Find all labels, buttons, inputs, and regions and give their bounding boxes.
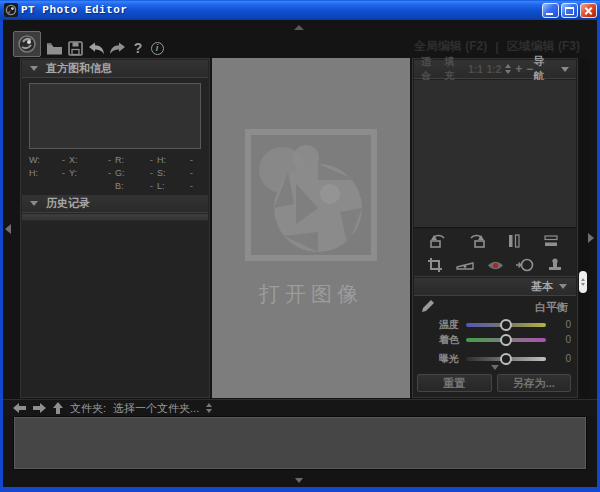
window-border-left — [0, 20, 3, 492]
red-eye-tool-icon[interactable] — [482, 255, 508, 275]
redo-icon — [109, 42, 126, 55]
undo-icon — [88, 42, 105, 55]
chevron-down-icon — [30, 201, 38, 206]
chevron-down-icon — [559, 284, 567, 289]
tools-section — [414, 229, 576, 277]
aperture-logo-icon — [244, 128, 378, 266]
forward-arrow-icon[interactable] — [33, 403, 46, 413]
open-image-placeholder[interactable]: 打开图像 — [244, 128, 378, 308]
slider-knob[interactable] — [500, 334, 512, 346]
white-balance-label: 白平衡 — [535, 300, 568, 315]
help-button[interactable]: ? — [129, 39, 147, 57]
redo-button[interactable] — [108, 39, 126, 57]
straighten-tool-icon[interactable] — [452, 255, 478, 275]
tab-local-edit[interactable]: 区域编辑 (F3) — [507, 38, 580, 55]
basic-panel-title: 基本 — [531, 279, 553, 294]
zoom-1-2-button[interactable]: 1:2 — [487, 64, 501, 75]
folder-dropdown-spinner-icon[interactable] — [206, 403, 212, 413]
pixel-info-grid: W:- X:- R:- H:- H:- Y:- G:- S:- B:- L:- — [29, 153, 205, 192]
title-bar[interactable]: PT Photo Editor — [0, 0, 600, 20]
rotate-right-tool-icon[interactable] — [463, 231, 489, 251]
histogram-panel-header[interactable]: 直方图和信息 — [22, 60, 208, 78]
zoom-fit-button[interactable]: 适合 — [421, 55, 441, 83]
undo-button[interactable] — [87, 39, 105, 57]
minimize-button[interactable] — [542, 3, 559, 18]
expand-more-sliders-arrow-icon[interactable] — [491, 365, 499, 370]
spot-removal-tool-icon[interactable] — [512, 255, 538, 275]
collapse-filmstrip-arrow-icon[interactable] — [295, 478, 303, 483]
histogram-display — [29, 83, 201, 149]
rotate-left-tool-icon[interactable] — [426, 231, 452, 251]
exposure-slider[interactable] — [466, 357, 546, 361]
zoom-in-button[interactable]: + — [515, 62, 522, 76]
temperature-slider-row: 温度 0 — [415, 318, 571, 331]
exposure-label: 曝光 — [415, 352, 459, 366]
back-arrow-icon[interactable] — [13, 403, 26, 413]
slider-knob[interactable] — [500, 353, 512, 365]
mode-divider: | — [495, 40, 498, 54]
app-logo-icon — [4, 3, 18, 17]
tab-global-edit[interactable]: 全局编辑 (F2) — [414, 38, 487, 55]
window-controls — [542, 3, 597, 18]
open-image-label: 打开图像 — [259, 280, 363, 308]
edit-mode-bar: 全局编辑 (F2) | 区域编辑 (F3) — [414, 38, 580, 55]
flip-horizontal-tool-icon[interactable] — [501, 231, 527, 251]
folder-path-bar: 文件夹: 选择一个文件夹... — [3, 399, 597, 416]
temperature-slider[interactable] — [466, 323, 546, 327]
zoom-1-1-button[interactable]: 1:1 — [468, 64, 482, 75]
about-button[interactable]: i — [148, 39, 166, 57]
left-panel: 直方图和信息 W:- X:- R:- H:- H:- Y:- G:- S:- B… — [20, 58, 210, 398]
navigator-header[interactable]: 适合 填充 1:1 1:2 + − 导航 — [414, 60, 576, 79]
history-toolbar-strip — [22, 214, 208, 221]
scrollbar-thumb[interactable] — [579, 271, 587, 293]
maximize-button[interactable] — [561, 3, 578, 18]
up-arrow-icon[interactable] — [53, 402, 63, 414]
right-panel-scrollbar[interactable] — [580, 58, 589, 398]
info-row: H:- Y:- G:- S:- — [29, 166, 205, 179]
info-row: W:- X:- R:- H:- — [29, 153, 205, 166]
window-title: PT Photo Editor — [21, 4, 542, 16]
reset-button[interactable]: 重置 — [417, 374, 492, 392]
save-button[interactable] — [66, 39, 84, 57]
folder-icon — [46, 42, 63, 55]
save-as-button[interactable]: 另存为... — [497, 374, 572, 392]
temperature-value: 0 — [565, 319, 571, 330]
zoom-level-spinner[interactable] — [505, 64, 511, 74]
open-folder-button[interactable] — [45, 39, 63, 57]
info-row: B:- L:- — [29, 179, 205, 192]
exposure-slider-row: 曝光 0 — [415, 352, 571, 365]
crop-tool-icon[interactable] — [422, 255, 448, 275]
tint-value: 0 — [565, 334, 571, 345]
minimize-icon — [546, 13, 553, 15]
collapse-left-panel-arrow-icon[interactable] — [5, 224, 11, 234]
collapse-right-panel-arrow-icon[interactable] — [588, 233, 594, 243]
folder-select-dropdown[interactable]: 选择一个文件夹... — [113, 401, 199, 416]
close-button[interactable] — [580, 3, 597, 18]
tint-label: 着色 — [415, 333, 459, 347]
tint-slider[interactable] — [466, 338, 546, 342]
navigator-preview — [414, 80, 576, 228]
eyedropper-icon[interactable] — [419, 299, 435, 315]
temperature-label: 温度 — [415, 318, 459, 332]
histogram-panel-title: 直方图和信息 — [46, 61, 112, 76]
folder-label: 文件夹: — [70, 401, 106, 416]
chevron-down-icon — [30, 66, 38, 71]
maximize-icon — [565, 7, 574, 15]
collapse-top-arrow-icon[interactable] — [294, 25, 304, 30]
info-icon: i — [151, 42, 164, 55]
slider-knob[interactable] — [500, 319, 512, 331]
tint-slider-row: 着色 0 — [415, 333, 571, 346]
app-home-button[interactable] — [13, 31, 41, 57]
app-swirl-icon — [17, 34, 37, 54]
filmstrip-panel — [14, 417, 586, 469]
stamp-tool-icon[interactable] — [542, 255, 568, 275]
white-balance-row: 白平衡 — [419, 299, 568, 315]
zoom-fill-button[interactable]: 填充 — [445, 55, 465, 83]
help-icon: ? — [134, 40, 143, 56]
window-border-bottom — [0, 487, 600, 492]
history-panel-header[interactable]: 历史记录 — [22, 195, 208, 213]
basic-panel-header[interactable]: 基本 — [414, 278, 576, 296]
flip-vertical-tool-icon[interactable] — [538, 231, 564, 251]
zoom-controls: 适合 填充 1:1 1:2 + − — [421, 55, 533, 83]
save-icon — [68, 41, 83, 56]
